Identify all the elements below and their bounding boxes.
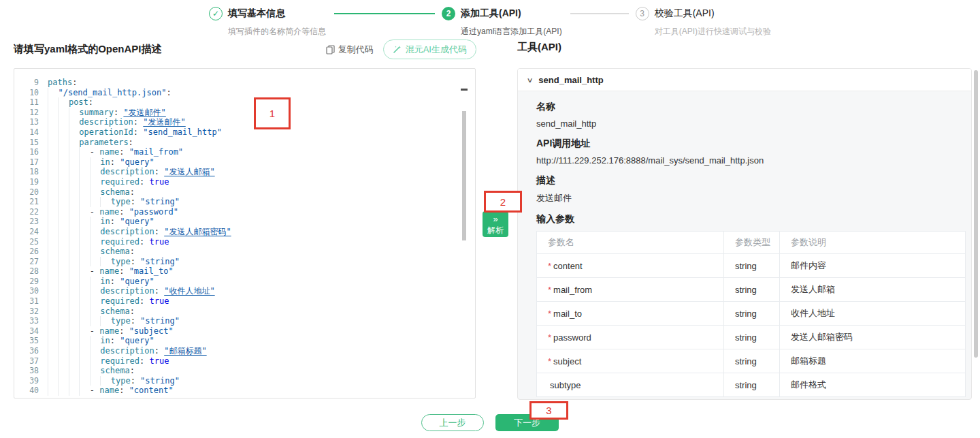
editor-scrollbar[interactable] xyxy=(462,111,466,240)
table-header-row: 参数名 参数类型 参数说明 xyxy=(537,232,966,254)
table-row: *subject string 邮箱标题 xyxy=(537,349,966,373)
step-connector-done xyxy=(334,13,435,14)
yaml-code-editor[interactable]: 9paths:10 "/send_mail_http.json":11 post… xyxy=(14,68,476,398)
required-asterisk: * xyxy=(548,309,551,319)
code-line: 24 description: "发送人邮箱密码" xyxy=(14,227,475,237)
double-chevron-right-icon: » xyxy=(483,214,508,225)
param-type: string xyxy=(724,326,780,349)
th-param-name: 参数名 xyxy=(537,232,724,254)
code-line: 13 description: "发送邮件" xyxy=(14,117,475,127)
code-line: 31 required: true xyxy=(14,296,475,307)
annotation-number: 3 xyxy=(546,405,551,416)
required-asterisk: * xyxy=(548,332,551,343)
copy-code-label: 复制代码 xyxy=(338,44,374,56)
code-line: 34 - name: "subject" xyxy=(14,326,475,337)
table-row: subtype string 邮件格式 xyxy=(537,373,966,397)
required-asterisk: * xyxy=(548,261,551,271)
field-label-description: 描述 xyxy=(536,174,964,187)
parse-button-label: 解析 xyxy=(487,225,504,235)
table-row: *mail_to string 收件人地址 xyxy=(537,302,966,326)
param-desc: 邮件内容 xyxy=(780,254,966,278)
code-line: 12 summary: "发送邮件" xyxy=(14,108,475,118)
param-type: string xyxy=(724,302,780,326)
field-value-name: send_mail_http xyxy=(536,119,964,129)
field-value-description: 发送邮件 xyxy=(536,192,964,204)
field-label-api-url: API调用地址 xyxy=(536,138,964,150)
chevron-down-icon: ∨ xyxy=(527,76,534,84)
code-line: 36 description: "邮箱标题" xyxy=(14,346,475,356)
param-name: mail_from xyxy=(553,285,592,295)
code-line: 17 in: "query" xyxy=(14,157,475,168)
code-line: 22 - name: "password" xyxy=(14,207,475,217)
footer: 上一步 下一步 xyxy=(0,414,980,431)
field-value-api-url: http://111.229.252.176:8888/mail_sys/sen… xyxy=(536,155,964,166)
parse-button[interactable]: » 解析 xyxy=(483,211,508,237)
copy-code-button[interactable]: 复制代码 xyxy=(326,44,374,56)
param-type: string xyxy=(724,278,780,302)
code-line: 39 type: "string" xyxy=(14,376,475,386)
code-line: 18 description: "发送人邮箱" xyxy=(14,167,475,177)
param-desc: 发送人邮箱 xyxy=(780,278,966,302)
copy-icon xyxy=(326,45,335,54)
step-2-label: 添加工具(API) xyxy=(461,7,521,20)
param-type: string xyxy=(724,349,780,373)
step-3-number-icon: 3 xyxy=(636,7,649,20)
th-param-type: 参数类型 xyxy=(724,232,780,254)
th-param-desc: 参数说明 xyxy=(780,232,966,254)
code-line: 38 schema: xyxy=(14,366,475,376)
step-3-verify-tool: 3 校验工具(API) 对工具(API)进行快速调试与校验 xyxy=(636,7,771,37)
check-icon: ✓ xyxy=(209,7,223,20)
ai-generate-code-label: 混元AI生成代码 xyxy=(406,44,467,56)
code-line: 16 - name: "mail_from" xyxy=(14,147,475,157)
annotation-box-3: 3 xyxy=(529,401,568,420)
step-1-label: 填写基本信息 xyxy=(228,7,285,20)
tool-card-body: 名称 send_mail_http API调用地址 http://111.229… xyxy=(518,91,971,400)
tool-name: send_mail_http xyxy=(538,75,603,85)
page-scrollbar[interactable] xyxy=(974,70,978,358)
tool-card: ∨ send_mail_http 名称 send_mail_http API调用… xyxy=(517,68,972,400)
param-desc: 邮件格式 xyxy=(780,373,966,397)
code-line: 23 in: "query" xyxy=(14,217,475,227)
code-line: 11 post: xyxy=(14,97,475,108)
step-2-desc: 通过yaml语言添加工具(API) xyxy=(461,26,562,37)
step-2-number-icon: 2 xyxy=(442,7,455,20)
code-line: 28 - name: "mail_to" xyxy=(14,266,475,277)
code-line: 30 description: "收件人地址" xyxy=(14,286,475,296)
table-row: *mail_from string 发送人邮箱 xyxy=(537,278,966,302)
stepper: ✓ 填写基本信息 填写插件的名称简介等信息 2 添加工具(API) 通过yaml… xyxy=(0,7,980,37)
param-name: subtype xyxy=(550,380,581,390)
editor-overview-ruler-mark xyxy=(461,89,468,91)
ai-wand-icon xyxy=(393,45,402,54)
code-line: 20 schema: xyxy=(14,187,475,198)
step-connector-pending xyxy=(570,13,629,14)
code-line: 19 required: true xyxy=(14,177,475,187)
ai-generate-code-button[interactable]: 混元AI生成代码 xyxy=(383,40,476,59)
tool-panel-title: 工具(API) xyxy=(517,41,561,54)
code-line: 14 operationId: "send_mail_http" xyxy=(14,127,475,138)
step-3-desc: 对工具(API)进行快速调试与校验 xyxy=(655,26,771,37)
code-line: 9paths: xyxy=(14,78,475,88)
code-line: 21 type: "string" xyxy=(14,197,475,207)
param-type: string xyxy=(724,373,780,397)
step-1-desc: 填写插件的名称简介等信息 xyxy=(228,26,326,37)
previous-step-button[interactable]: 上一步 xyxy=(421,414,484,431)
required-asterisk: * xyxy=(548,285,551,295)
code-line: 10 "/send_mail_http.json": xyxy=(14,88,475,98)
code-line: 37 required: true xyxy=(14,356,475,366)
annotation-box-1: 1 xyxy=(254,97,291,129)
code-lines: 9paths:10 "/send_mail_http.json":11 post… xyxy=(14,78,475,396)
annotation-number: 2 xyxy=(500,196,506,208)
field-label-name: 名称 xyxy=(536,101,964,113)
step-2-add-tool: 2 添加工具(API) 通过yaml语言添加工具(API) xyxy=(442,7,562,37)
code-line: 27 type: "string" xyxy=(14,257,475,267)
table-row: *password string 发送人邮箱密码 xyxy=(537,326,966,349)
input-params-title: 输入参数 xyxy=(536,213,964,225)
code-line: 40 - name: "content" xyxy=(14,386,475,396)
code-line: 26 schema: xyxy=(14,247,475,257)
tool-card-header[interactable]: ∨ send_mail_http xyxy=(518,69,971,91)
code-line: 29 in: "query" xyxy=(14,277,475,287)
annotation-number: 1 xyxy=(270,108,275,119)
input-params-table: 参数名 参数类型 参数说明 *content string 邮件内容 *mail… xyxy=(536,231,966,397)
code-line: 25 required: true xyxy=(14,237,475,247)
code-line: 15 parameters: xyxy=(14,138,475,148)
